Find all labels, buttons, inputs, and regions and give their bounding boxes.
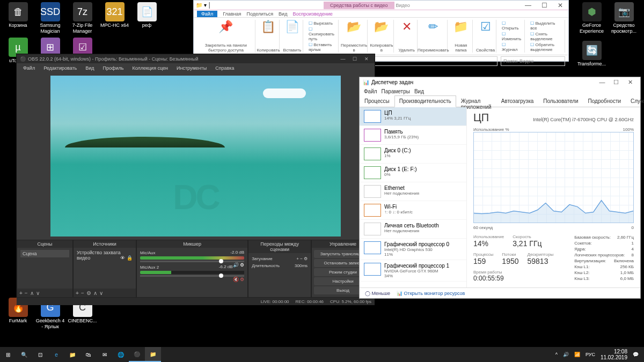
ribbon-newfolder[interactable]: Новая папка <box>453 43 470 53</box>
min-button[interactable]: — <box>520 2 536 9</box>
ribbon-delete[interactable]: Удалить <box>398 48 415 53</box>
tab-users[interactable]: Пользователи <box>538 95 583 107</box>
taskbar-store[interactable]: 🛍 <box>80 347 97 362</box>
tab-services[interactable]: Службы <box>626 95 644 107</box>
close-button[interactable]: ✕ <box>362 56 371 62</box>
menu-file[interactable]: Файл <box>20 64 38 72</box>
explorer-tab-view[interactable]: Вид <box>279 11 287 17</box>
desktop-icon-ref[interactable]: 📄реф <box>132 2 162 28</box>
duration-input[interactable]: 300ms <box>295 263 308 268</box>
taskbar: ⊞ 🔍 ⊡ e 📁 🛍 ✉ 🌐 ⚫ 📁 ^ 🔊 📶 РУС 12:0811.02… <box>0 347 644 362</box>
explorer-tab-play[interactable]: Воспроизведение <box>292 11 332 17</box>
min-button[interactable]: — <box>338 56 348 62</box>
remove-icon[interactable]: − <box>81 290 84 296</box>
tray-volume-icon[interactable]: 🔊 <box>563 352 569 357</box>
explorer-titlebar[interactable]: 📁 ▾ │ Средства работы с видео Видео — ☐ … <box>194 1 568 10</box>
start-button[interactable]: ⊞ <box>0 347 16 362</box>
desktop-icon-transformer[interactable]: 🔄Transforme... <box>577 41 606 67</box>
desktop-icon-viewer[interactable]: 📷Средство просмотр... <box>609 2 639 34</box>
tab-startup[interactable]: Автозагрузка <box>496 95 539 107</box>
tab-apphistory[interactable]: Журнал приложений <box>456 95 496 107</box>
perf-side-gpu1[interactable]: Графический процессор 1NVIDIA GeForce GT… <box>360 260 466 282</box>
ribbon-copy[interactable]: Копировать <box>257 48 280 53</box>
up-icon[interactable]: ∧ <box>93 290 97 296</box>
perf-side-wifi[interactable]: Wi-Fi↑: 0 ↓: 0 кбит/с <box>360 201 466 220</box>
perf-side-d1[interactable]: Диск 1 (E: F:)0% <box>360 164 466 182</box>
close-button[interactable]: ✕ <box>552 2 568 9</box>
explorer-tab-file[interactable]: Файл <box>197 11 217 17</box>
fewer-details-button[interactable]: ◯ Меньше <box>365 291 390 296</box>
menu-scenes[interactable]: Коллекция сцен <box>129 64 171 72</box>
menu-options[interactable]: Параметры <box>382 88 410 94</box>
menu-view[interactable]: Вид <box>414 88 424 94</box>
tab-details[interactable]: Подробности <box>583 95 626 107</box>
desktop-icon-7zip[interactable]: 7z7-Zip File Manager <box>68 2 97 34</box>
menu-tools[interactable]: Инструменты <box>173 64 210 72</box>
down-icon[interactable]: ∨ <box>99 290 103 296</box>
ribbon-paste[interactable]: Вставить <box>283 48 302 53</box>
perf-side-eth[interactable]: EthernetНет подключения <box>360 182 466 201</box>
tray-network-icon[interactable]: 📶 <box>574 352 580 357</box>
tray-chevron-icon[interactable]: ^ <box>555 352 558 357</box>
desktop-icon-samsung[interactable]: SSDSamsung Magician <box>35 2 65 34</box>
menu-view[interactable]: Вид <box>82 64 97 72</box>
gear-icon[interactable]: ⚙ <box>86 290 91 296</box>
volume-slider[interactable] <box>140 275 244 277</box>
speaker-icon[interactable]: 🔊 ⚙ <box>233 262 245 268</box>
tab-processes[interactable]: Процессы <box>360 95 394 107</box>
down-icon[interactable]: ∨ <box>36 290 40 296</box>
taskbar-explorer-open[interactable]: 📁 <box>145 347 161 362</box>
explorer-search-input[interactable]: Поиск: Видео <box>501 56 565 66</box>
explorer-tab-share[interactable]: Поделиться <box>246 11 273 17</box>
perf-side-bt[interactable]: Личная сеть BluetoothНет подключения <box>360 220 466 239</box>
explorer-tab-home[interactable]: Главная <box>223 11 241 17</box>
add-icon[interactable]: + <box>19 290 23 296</box>
tab-performance[interactable]: Производительность <box>394 95 456 107</box>
ribbon-pin[interactable]: Закрепить на панели быстрого доступа <box>200 43 252 53</box>
search-icon[interactable]: 🔍 <box>16 347 32 362</box>
max-button[interactable]: ☐ <box>536 2 552 9</box>
desktop-icon-recycle[interactable]: 🗑Корзина <box>3 2 33 28</box>
explorer-contextual-tab: Средства работы с видео <box>324 2 394 9</box>
min-button[interactable]: — <box>595 79 609 86</box>
max-button[interactable]: ☐ <box>350 56 360 62</box>
remove-icon[interactable]: − <box>25 290 28 296</box>
perf-side-cpu[interactable]: ЦП14% 3,21 ГГц <box>360 107 466 126</box>
up-icon[interactable]: ∧ <box>30 290 34 296</box>
perf-side-d0[interactable]: Диск 0 (C:)1% <box>360 145 466 164</box>
close-button[interactable]: ✕ <box>623 79 637 86</box>
tray-notifications-icon[interactable]: 💬 <box>633 352 639 357</box>
ribbon-props[interactable]: Свойства <box>476 48 495 53</box>
ribbon-move[interactable]: Переместить в <box>341 43 367 53</box>
perf-side-gpu0[interactable]: Графический процессор 0Intel(R) HD Graph… <box>360 239 466 260</box>
desktop-icon-geforce[interactable]: ⬢GeForce Experience <box>577 2 606 34</box>
taskbar-clock[interactable]: 12:0811.02.2019 <box>601 349 627 360</box>
taskbar-mail[interactable]: ✉ <box>97 347 113 362</box>
menu-help[interactable]: Справка <box>212 64 237 72</box>
volume-slider[interactable] <box>140 261 244 262</box>
taskmgr-titlebar[interactable]: 📊Диспетчер задач —☐✕ <box>360 77 640 87</box>
transition-select[interactable]: Затухание <box>252 256 273 261</box>
taskbar-obs[interactable]: ⚫ <box>129 347 145 362</box>
menu-file[interactable]: Файл <box>364 88 377 94</box>
max-button[interactable]: ☐ <box>609 79 623 86</box>
obs-preview[interactable]: DC <box>50 76 341 237</box>
add-icon[interactable]: + <box>76 290 79 296</box>
source-item[interactable]: Устройство захвата видео 👁 🔒 <box>77 250 133 261</box>
taskmgr-menubar: Файл Параметры Вид <box>360 87 640 95</box>
ribbon-rename[interactable]: Переименовать <box>418 48 449 53</box>
taskbar-edge[interactable]: e <box>48 347 64 362</box>
taskbar-chrome[interactable]: 🌐 <box>113 347 129 362</box>
resource-monitor-link[interactable]: 📊 Открыть монитор ресурсов <box>397 291 465 296</box>
taskbar-explorer[interactable]: 📁 <box>64 347 80 362</box>
scene-item[interactable]: Сцена <box>20 250 69 257</box>
tray-lang[interactable]: РУС <box>586 352 595 357</box>
desktop-icon-mpc[interactable]: 321MPC-HC x64 <box>100 2 129 28</box>
ribbon-copyto[interactable]: Копировать в <box>370 43 393 53</box>
taskview-icon[interactable]: ⊡ <box>32 347 48 362</box>
menu-profile[interactable]: Профиль <box>100 64 127 72</box>
mute-icon[interactable]: 🔇 ⚙ <box>233 277 245 282</box>
perf-side-mem[interactable]: Память3,6/15,9 ГБ (23%) <box>360 126 466 145</box>
menu-edit[interactable]: Редактировать <box>40 64 80 72</box>
obs-titlebar[interactable]: ⚫OBS 22.0.2 (64-bit, windows) - Профиль:… <box>17 54 375 63</box>
